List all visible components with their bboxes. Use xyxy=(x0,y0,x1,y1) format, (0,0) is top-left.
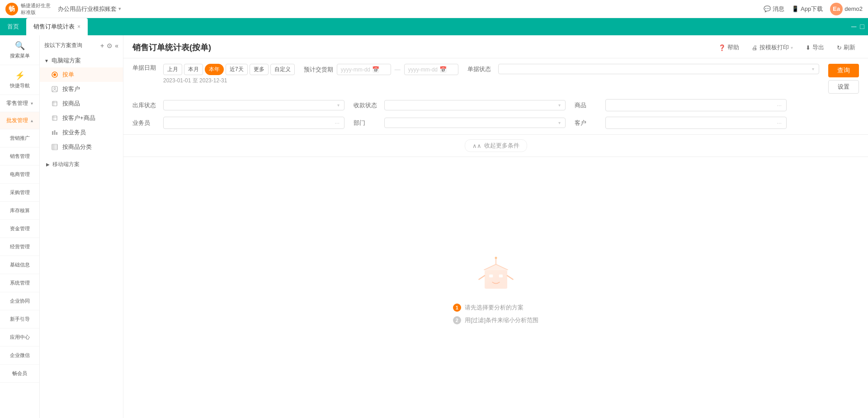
svg-point-1 xyxy=(53,73,56,76)
svg-rect-12 xyxy=(499,274,502,277)
payment-label: 收款状态 xyxy=(354,101,381,109)
search-menu-icon: 🔍 xyxy=(15,41,25,51)
date-btn-custom[interactable]: 自定义 xyxy=(270,64,295,75)
collapse-panel-icon[interactable]: « xyxy=(115,42,118,49)
scheme-item-by-goods-category[interactable]: 按商品分类 xyxy=(40,140,123,154)
date-btn-this-year[interactable]: 本年 xyxy=(205,64,224,75)
expected-date-label: 预计交货期 xyxy=(304,66,333,74)
sidebar-item-wholesale[interactable]: 批发管理 ▴ xyxy=(0,112,39,129)
sidebar-item-quick-nav[interactable]: ⚡ 快捷导航 xyxy=(0,65,39,95)
user-profile[interactable]: Ea demo2 xyxy=(830,3,863,15)
tab-bar-actions: ─ □ xyxy=(851,23,868,31)
sidebar-item-enterprise[interactable]: 企业协同 xyxy=(0,292,39,310)
goods-select[interactable]: ··· xyxy=(605,99,787,111)
scheme-item-by-customer[interactable]: 按客户 xyxy=(40,82,123,96)
left-panel-header-icons: + ⊙ « xyxy=(100,42,118,49)
collapse-bar: ∧∧ 收起更多条件 xyxy=(123,135,868,157)
scheme-group-pc: ▼ 电脑端方案 按单 按客户 按商品 xyxy=(40,52,123,156)
sidebar-item-search-menu[interactable]: 🔍 搜索菜单 xyxy=(0,35,39,65)
top-bar-right: 💬 消息 📱 App下载 Ea demo2 xyxy=(764,3,863,15)
window-minimize-icon[interactable]: ─ xyxy=(851,23,856,31)
svg-line-16 xyxy=(507,276,513,279)
message-button[interactable]: 💬 消息 xyxy=(764,5,784,13)
retail-expand-icon: ▾ xyxy=(31,101,33,106)
scheme-group-pc-header[interactable]: ▼ 电脑端方案 xyxy=(40,54,123,67)
sidebar-item-purchase[interactable]: 采购管理 xyxy=(0,184,39,202)
query-button[interactable]: 查询 xyxy=(828,64,859,77)
expected-date-from-input[interactable]: yyyy-mm-dd 📅 xyxy=(337,64,391,75)
logo-text: 畅捷通好生意 标准版 xyxy=(21,2,51,15)
sidebar-item-app-center[interactable]: 应用中心 xyxy=(0,328,39,347)
workspace-arrow-icon: ▾ xyxy=(118,6,121,12)
sidebar-item-newbie[interactable]: 新手引导 xyxy=(0,310,39,328)
collapse-filters-button[interactable]: ∧∧ 收起更多条件 xyxy=(465,139,527,152)
department-select-arrow-icon: ▾ xyxy=(558,120,561,125)
date-label: 单据日期 xyxy=(132,64,160,72)
refresh-button[interactable]: ↻ 刷新 xyxy=(833,42,859,53)
status-select-arrow-icon: ▾ xyxy=(812,66,814,71)
empty-illustration xyxy=(473,251,519,296)
scheme-item-by-customer-goods[interactable]: 按客户+商品 xyxy=(40,111,123,125)
svg-rect-4 xyxy=(52,101,57,106)
sidebar-item-sales[interactable]: 销售管理 xyxy=(0,147,39,166)
logo-icon: 畅 xyxy=(5,3,18,15)
customer-select[interactable]: ··· xyxy=(605,117,787,129)
department-select[interactable]: ▾ xyxy=(384,118,566,128)
date-btn-last-7-days[interactable]: 近7天 xyxy=(226,64,248,75)
status-label: 单据状态 xyxy=(467,65,495,73)
date-btn-last-month[interactable]: 上月 xyxy=(163,64,182,75)
window-maximize-icon[interactable]: □ xyxy=(860,23,864,31)
sidebar-item-retail[interactable]: 零售管理 ▾ xyxy=(0,95,39,112)
sidebar-item-membership[interactable]: 畅会员 xyxy=(0,365,39,383)
scheme-item-by-salesperson[interactable]: 按业务员 xyxy=(40,125,123,140)
template-print-arrow-icon: ▾ xyxy=(791,45,793,50)
tab-close-icon[interactable]: × xyxy=(77,24,80,30)
scheme-item-by-order[interactable]: 按单 xyxy=(40,67,123,82)
quick-nav-icon: ⚡ xyxy=(15,71,25,81)
expected-date-to-input[interactable]: yyyy-mm-dd 📅 xyxy=(404,64,458,75)
sidebar-item-marketing[interactable]: 营销推广 xyxy=(0,129,39,147)
tab-home[interactable]: 首页 xyxy=(0,18,26,35)
shipment-status-select[interactable]: ▾ xyxy=(163,100,344,110)
sidebar-item-finance[interactable]: 资金管理 xyxy=(0,220,39,238)
by-goods-category-icon xyxy=(51,143,59,151)
empty-state: 1 请先选择要分析的方案 2 用[过滤]条件来缩小分析范围 xyxy=(123,157,868,418)
empty-hint-1: 1 请先选择要分析的方案 xyxy=(453,304,538,312)
sidebar-item-operations[interactable]: 经营管理 xyxy=(0,238,39,256)
sidebar-item-inventory[interactable]: 库存核算 xyxy=(0,202,39,220)
app-download-button[interactable]: 📱 App下载 xyxy=(792,5,823,13)
template-print-button[interactable]: 🖨 按模板打印 ▾ xyxy=(748,42,797,53)
payment-select-arrow-icon: ▾ xyxy=(558,103,561,108)
help-button[interactable]: ❓ 帮助 xyxy=(715,42,743,53)
settings-button[interactable]: 设置 xyxy=(828,80,859,94)
scheme-group-mobile-header[interactable]: ▶ 移动端方案 xyxy=(40,158,123,171)
status-select[interactable]: ▾ xyxy=(498,64,819,74)
tab-sales-order-stats[interactable]: 销售订单统计表 × xyxy=(26,18,88,35)
department-label: 部门 xyxy=(354,119,381,127)
sidebar-item-system[interactable]: 系统管理 xyxy=(0,274,39,292)
svg-point-3 xyxy=(54,87,56,89)
help-icon: ❓ xyxy=(718,44,726,51)
export-button[interactable]: ⬇ 导出 xyxy=(802,42,828,53)
settings-scheme-icon[interactable]: ⊙ xyxy=(107,42,112,49)
date-btn-this-month[interactable]: 本月 xyxy=(184,64,203,75)
workspace-selector[interactable]: 办公用品行业模拟账套 ▾ xyxy=(54,3,125,15)
empty-hints: 1 请先选择要分析的方案 2 用[过滤]条件来缩小分析范围 xyxy=(453,304,538,324)
top-bar: 畅 畅捷通好生意 标准版 办公用品行业模拟账套 ▾ 💬 消息 📱 App下载 E… xyxy=(0,0,868,18)
date-btn-more[interactable]: 更多 xyxy=(250,64,269,75)
add-scheme-icon[interactable]: + xyxy=(100,42,104,49)
hint-1-number: 1 xyxy=(453,304,461,312)
sidebar-item-corp-wechat[interactable]: 企业微信 xyxy=(0,347,39,365)
sidebar-item-basic-info[interactable]: 基础信息 xyxy=(0,256,39,274)
sidebar-item-ecommerce[interactable]: 电商管理 xyxy=(0,166,39,184)
page-title: 销售订单统计表(按单) xyxy=(132,42,211,53)
svg-point-14 xyxy=(495,256,497,259)
filter-area: 单据日期 上月 本月 本年 近7天 更多 自定义 2023-01-01 至 20… xyxy=(123,58,868,135)
scheme-item-by-goods[interactable]: 按商品 xyxy=(40,96,123,111)
payment-status-select[interactable]: ▾ xyxy=(384,100,566,110)
scheme-group-mobile: ▶ 移动端方案 xyxy=(40,156,123,173)
svg-rect-8 xyxy=(56,132,57,135)
by-customer-goods-icon xyxy=(51,114,59,122)
salesperson-select[interactable]: ··· xyxy=(163,117,344,129)
sidebar: 🔍 搜索菜单 ⚡ 快捷导航 零售管理 ▾ 批发管理 ▴ 营销推广 销售管理 电商… xyxy=(0,35,40,418)
